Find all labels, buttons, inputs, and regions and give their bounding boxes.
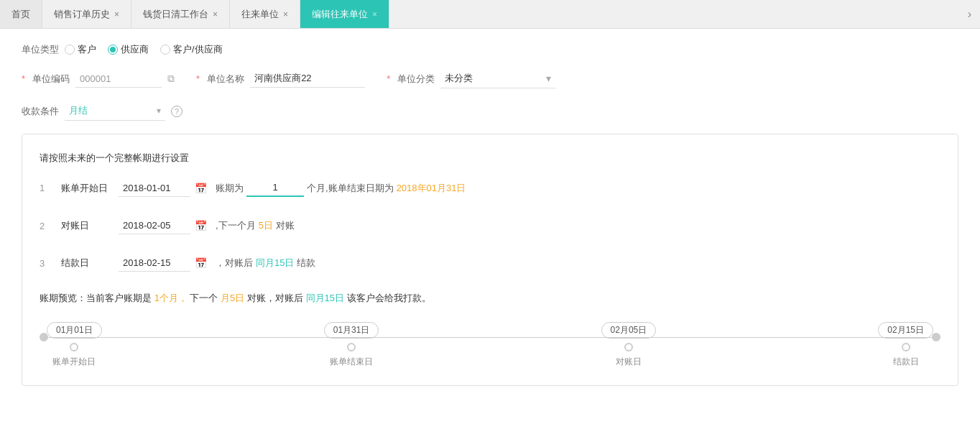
unit-category-dropdown[interactable]: 未分类 ▾ [440, 69, 555, 88]
close-icon[interactable]: × [283, 9, 288, 19]
payment-terms-label: 收款条件 [22, 105, 59, 118]
point-dot-3 [624, 343, 633, 351]
preview-highlight-1: 1个月， [154, 293, 188, 303]
radio-supplier[interactable]: 供应商 [108, 43, 149, 56]
setting-row-2: 2 对账日 📅 ,下一个月 5日 对账 [40, 217, 940, 234]
tab-edit-partner-unit[interactable]: 编辑往来单位 × [300, 0, 389, 28]
payment-prefix: ，对账后 [216, 257, 253, 270]
unit-type-label: 单位类型 [22, 43, 59, 56]
point-label-3: 02月05日 [601, 322, 657, 339]
unit-name-label: 单位名称 [207, 73, 244, 86]
radio-customer-label: 客户 [78, 43, 96, 56]
timeline-point-1: 01月01日 账单开始日 [47, 322, 102, 368]
unit-category-label: 单位分类 [397, 73, 435, 86]
point-label-2: 01月31日 [324, 322, 379, 339]
unit-name-input[interactable] [250, 70, 365, 88]
tab-home-label: 首页 [11, 8, 30, 21]
row-label-1: 账单开始日 [61, 182, 119, 195]
tab-edit-label: 编辑往来单位 [312, 8, 368, 21]
timeline-line [40, 337, 940, 338]
payment-terms-dropdown[interactable]: 月结 ▾ [65, 101, 165, 121]
payment-date-input[interactable] [119, 254, 190, 272]
reconcile-end: 对账 [276, 219, 295, 232]
tab-more-button[interactable]: › [959, 0, 980, 28]
row-1-suffix: 账期为 个月,账单结束日期为 2018年01月31日 [216, 179, 466, 197]
tab-partner-unit[interactable]: 往来单位 × [230, 0, 300, 28]
preview-middle-1: 下一个 [190, 293, 218, 303]
tab-partner-label: 往来单位 [241, 8, 279, 21]
close-icon[interactable]: × [114, 9, 119, 19]
setting-row-3: 3 结款日 📅 ，对账后 同月15日 结款 [40, 254, 940, 272]
close-icon[interactable]: × [213, 9, 218, 19]
payment-terms-value: 月结 [69, 104, 154, 117]
payment-day: 同月15日 [256, 257, 294, 270]
preview-suffix: 该客户会给我打款。 [347, 293, 431, 303]
point-dot-4 [902, 343, 910, 351]
reconcile-date-input[interactable] [119, 217, 190, 234]
point-dot-2 [347, 343, 356, 351]
main-content: 单位类型 客户 供应商 客户/供应商 * 单位编码 [0, 29, 980, 437]
unit-code-input[interactable] [75, 70, 162, 88]
timeline-point-3: 02月05日 对账日 [601, 322, 657, 368]
unit-info-row: * 单位编码 ⧉ * 单位名称 * 单位分类 未分类 ▾ [22, 69, 958, 88]
start-date-input[interactable] [119, 180, 190, 197]
timeline-start-dot [40, 333, 48, 341]
required-star-name: * [196, 73, 200, 84]
settings-panel: 请按照未来的一个完整帐期进行设置 1 账单开始日 📅 账期为 个月,账单结束日期… [22, 134, 958, 386]
tab-sales-label: 销售订单历史 [54, 8, 110, 21]
payment-terms-field: 收款条件 月结 ▾ ? [22, 101, 182, 121]
unit-type-row: 单位类型 客户 供应商 客户/供应商 [22, 43, 958, 56]
panel-title: 请按照未来的一个完整帐期进行设置 [40, 152, 940, 165]
point-label-1: 01月01日 [47, 322, 102, 339]
unit-name-field: * 单位名称 [196, 70, 365, 88]
required-star-cat: * [387, 73, 390, 84]
chevron-down-icon: ▾ [157, 106, 161, 116]
point-sublabel-3: 对账日 [616, 356, 642, 368]
radio-circle-both [160, 45, 170, 55]
radio-both[interactable]: 客户/供应商 [160, 43, 223, 56]
row-2-suffix: ,下一个月 5日 对账 [216, 219, 295, 232]
preview-prefix: 账期预览：当前客户账期是 [40, 293, 152, 303]
payment-terms-row: 收款条件 月结 ▾ ? [22, 101, 958, 121]
period-input[interactable] [246, 179, 304, 197]
unit-category-value: 未分类 [445, 72, 517, 85]
tab-sales-order-history[interactable]: 销售订单历史 × [42, 0, 131, 28]
timeline-point-2: 01月31日 账单结束日 [324, 322, 379, 368]
point-sublabel-1: 账单开始日 [52, 356, 96, 368]
payment-end: 结款 [297, 257, 315, 270]
chevron-down-icon: ▾ [546, 73, 551, 84]
setting-row-1: 1 账单开始日 📅 账期为 个月,账单结束日期为 2018年01月31日 [40, 179, 940, 197]
row-label-3: 结款日 [61, 257, 119, 270]
period-prefix: 账期为 [216, 182, 244, 195]
timeline-end-dot [932, 333, 940, 341]
calendar-icon-1[interactable]: 📅 [195, 183, 207, 194]
row-num-2: 2 [40, 221, 61, 231]
tab-cash-work[interactable]: 钱货日清工作台 × [131, 0, 230, 28]
preview-highlight-2: 月5日 [221, 293, 244, 303]
row-num-3: 3 [40, 258, 61, 269]
point-sublabel-2: 账单结束日 [330, 356, 373, 368]
tab-home[interactable]: 首页 [0, 0, 42, 28]
tab-cash-label: 钱货日清工作台 [143, 8, 208, 21]
reconcile-day: 5日 [259, 219, 273, 232]
calendar-icon-2[interactable]: 📅 [195, 220, 207, 231]
close-icon[interactable]: × [372, 9, 377, 19]
radio-customer[interactable]: 客户 [65, 43, 96, 56]
unit-code-field: * 单位编码 ⧉ [22, 70, 175, 88]
radio-group: 客户 供应商 客户/供应商 [65, 43, 223, 56]
calendar-icon-3[interactable]: 📅 [195, 257, 207, 269]
radio-both-label: 客户/供应商 [173, 43, 223, 56]
radio-circle-customer [65, 45, 75, 55]
required-star-code: * [22, 73, 25, 84]
point-dot-1 [70, 343, 78, 351]
preview-middle-2: 对账，对账后 [247, 293, 303, 303]
timeline-points: 01月01日 账单开始日 01月31日 账单结束日 02月05日 对账日 02月… [47, 322, 933, 368]
row-label-2: 对账日 [61, 219, 119, 232]
help-icon[interactable]: ? [171, 106, 182, 117]
row-3-suffix: ，对账后 同月15日 结款 [216, 257, 315, 270]
row-num-1: 1 [40, 183, 61, 193]
timeline-point-4: 02月15日 结款日 [878, 322, 933, 368]
radio-circle-supplier [108, 45, 118, 55]
copy-icon[interactable]: ⧉ [167, 73, 175, 85]
preview-highlight-3: 同月15日 [306, 293, 344, 303]
